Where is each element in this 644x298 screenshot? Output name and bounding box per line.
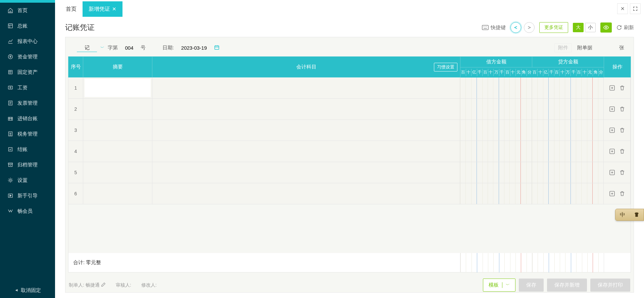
sidebar-item-1[interactable]: 总账: [0, 18, 55, 34]
account-cell[interactable]: [152, 120, 460, 141]
close-icon[interactable]: ✕: [112, 1, 116, 17]
sidebar-item-7[interactable]: 进销台账: [0, 111, 55, 126]
th-op: 操作: [604, 57, 631, 78]
delete-row-icon[interactable]: [619, 169, 625, 176]
abstract-cell[interactable]: [83, 120, 152, 141]
fullscreen-button[interactable]: [630, 3, 641, 14]
sidebar-item-10[interactable]: 归档管理: [0, 157, 55, 172]
voucher-number-input[interactable]: [121, 45, 137, 51]
debit-amount-cell[interactable]: [460, 183, 532, 204]
th-account: 会计科目 习惯设置: [152, 57, 460, 78]
row-seq: 5: [68, 162, 83, 183]
credit-amount-cell[interactable]: [532, 120, 604, 141]
delete-row-icon[interactable]: [619, 106, 625, 112]
abstract-cell[interactable]: [83, 78, 152, 98]
sidebar-item-5[interactable]: 工资: [0, 80, 55, 95]
chevron-down-icon[interactable]: ﹀: [502, 282, 510, 288]
sidebar-item-3[interactable]: 资金管理: [0, 49, 55, 64]
template-button[interactable]: 模板 ﹀: [483, 279, 515, 292]
sidebar-item-label: 工资: [17, 85, 28, 91]
delete-row-icon[interactable]: [619, 127, 625, 133]
add-row-icon[interactable]: [609, 106, 615, 112]
account-cell[interactable]: [152, 141, 460, 162]
preview-button[interactable]: [600, 22, 612, 33]
amount-unit-label: 千: [477, 69, 483, 76]
sidebar-item-label: 固定资产: [17, 69, 38, 76]
edit-maker-icon[interactable]: [101, 282, 106, 288]
calendar-icon[interactable]: [214, 45, 219, 51]
sidebar-unpin[interactable]: 取消固定: [0, 283, 55, 298]
sidebar-item-4[interactable]: 固定资产: [0, 64, 55, 80]
svg-point-9: [10, 87, 11, 88]
sidebar-item-label: 资金管理: [17, 54, 38, 60]
voucher-date-input[interactable]: [177, 45, 211, 51]
more-vouchers-button[interactable]: 更多凭证: [539, 22, 568, 33]
maker-label: 制单人:: [69, 282, 84, 288]
add-row-icon[interactable]: [609, 85, 615, 91]
sidebar-item-6[interactable]: 发票管理: [0, 95, 55, 111]
abstract-input[interactable]: [85, 79, 151, 97]
attach-count-input[interactable]: [598, 45, 614, 51]
sidebar: 首页总账报表中心资金管理固定资产工资发票管理进销台账税务管理结账归档管理设置新手…: [0, 0, 55, 298]
save-and-new-button[interactable]: 保存并新增: [547, 279, 587, 292]
save-button[interactable]: 保存: [519, 279, 544, 292]
tab-home[interactable]: 首页: [60, 1, 83, 17]
save-and-print-button[interactable]: 保存并打印: [590, 279, 630, 292]
attachment-button[interactable]: 附件: [554, 43, 572, 52]
sidebar-item-13[interactable]: 畅会员: [0, 203, 55, 219]
account-cell[interactable]: [152, 162, 460, 183]
credit-amount-cell[interactable]: [532, 78, 604, 98]
refresh-label: 刷新: [624, 24, 634, 31]
debit-amount-cell[interactable]: [460, 99, 532, 119]
tab-new-voucher[interactable]: 新增凭证 ✕: [83, 1, 122, 17]
table-row: 1: [68, 78, 631, 99]
sidebar-unpin-label: 取消固定: [21, 287, 41, 294]
add-row-icon[interactable]: [609, 127, 615, 133]
ime-floating-bar[interactable]: 中: [615, 209, 644, 221]
debit-amount-cell[interactable]: [460, 78, 532, 98]
next-voucher-button[interactable]: [524, 22, 535, 33]
size-large-button[interactable]: 大: [573, 23, 584, 32]
sidebar-item-12[interactable]: 新手引导: [0, 188, 55, 203]
delete-row-icon[interactable]: [619, 85, 625, 91]
account-cell[interactable]: [152, 78, 460, 98]
sidebar-item-8[interactable]: 税务管理: [0, 126, 55, 142]
sidebar-item-9[interactable]: 结账: [0, 142, 55, 157]
abstract-cell[interactable]: [83, 141, 152, 162]
refresh-button[interactable]: 刷新: [616, 24, 634, 31]
account-cell[interactable]: [152, 99, 460, 119]
table-row: 4: [68, 141, 631, 162]
prev-voucher-button[interactable]: [510, 22, 521, 33]
sidebar-item-2[interactable]: 报表中心: [0, 34, 55, 49]
window-close-button[interactable]: ✕: [617, 3, 628, 14]
abstract-cell[interactable]: [83, 162, 152, 183]
add-row-icon[interactable]: [609, 169, 615, 176]
credit-amount-cell[interactable]: [532, 141, 604, 162]
delete-row-icon[interactable]: [619, 148, 625, 154]
credit-amount-cell[interactable]: [532, 162, 604, 183]
delete-row-icon[interactable]: [619, 191, 625, 197]
credit-amount-cell[interactable]: [532, 183, 604, 204]
amount-unit-label: 百: [482, 69, 488, 76]
table-row: 6: [68, 183, 631, 204]
abstract-cell[interactable]: [83, 183, 152, 204]
debit-amount-cell[interactable]: [460, 141, 532, 162]
habit-settings-button[interactable]: 习惯设置: [434, 63, 457, 71]
credit-amount-cell[interactable]: [532, 99, 604, 119]
debit-amount-cell[interactable]: [460, 162, 532, 183]
voucher-type-input[interactable]: [77, 44, 97, 52]
abstract-cell[interactable]: [83, 99, 152, 119]
chevron-down-icon[interactable]: ﹀: [100, 45, 104, 51]
amount-unit-label: 百: [504, 69, 510, 76]
add-row-icon[interactable]: [609, 191, 615, 197]
sidebar-item-11[interactable]: 设置: [0, 172, 55, 188]
voucher-rows-scroll[interactable]: 123456: [68, 78, 631, 253]
type-suffix-label: 字第: [108, 45, 118, 51]
add-row-icon[interactable]: [609, 148, 615, 154]
debit-amount-cell[interactable]: [460, 120, 532, 141]
account-cell[interactable]: [152, 183, 460, 204]
svg-rect-15: [9, 132, 12, 136]
shortcut-button[interactable]: 快捷键: [482, 24, 506, 31]
sidebar-item-0[interactable]: 首页: [0, 3, 55, 18]
size-small-button[interactable]: 小: [585, 23, 596, 32]
